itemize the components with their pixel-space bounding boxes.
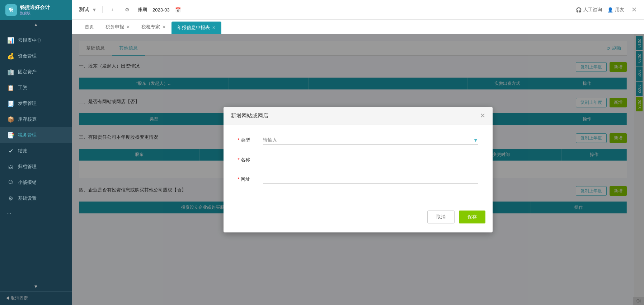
sidebar-item-accounting[interactable]: ✔ 结账 xyxy=(0,143,72,159)
main-area: 测试 ▼ + ⚙ 账期 2023-03 📅 🎧 人工咨询 👤 用友 xyxy=(72,0,644,305)
dialog-footer: 取消 保存 xyxy=(224,205,493,232)
dialog-header: 新增网站或网店 ✕ xyxy=(224,107,493,125)
sidebar-header: 畅 畅捷通好会计 旗舰版 xyxy=(0,0,72,20)
sidebar-item-archive-label: 归档管理 xyxy=(18,163,37,170)
topbar-right: 🎧 人工咨询 👤 用友 ✕ xyxy=(576,6,637,14)
sidebar-item-funds-label: 资金管理 xyxy=(18,53,37,59)
sidebar-item-funds[interactable]: 💰 资金管理 xyxy=(0,48,72,64)
funds-icon: 💰 xyxy=(7,52,14,60)
sidebar-item-settings[interactable]: ⚙ 基础设置 xyxy=(0,190,72,206)
type-input[interactable] xyxy=(263,137,473,143)
add-website-dialog: 新增网站或网店 ✕ * 类型 ▼ xyxy=(224,107,493,232)
type-input-wrap: ▼ xyxy=(263,136,478,145)
tab-tax-expert-close[interactable]: ✕ xyxy=(162,24,166,29)
sidebar-nav: 📊 云报表中心 💰 资金管理 🏢 固定资产 📋 工资 🧾 发票管理 📦 xyxy=(0,29,72,282)
window-close-button[interactable]: ✕ xyxy=(631,6,637,14)
user-button[interactable]: 👤 用友 xyxy=(607,6,624,13)
url-input-wrap xyxy=(263,175,478,184)
sidebar-item-assets-label: 固定资产 xyxy=(18,69,37,75)
add-button[interactable]: + xyxy=(108,5,117,14)
sidebar-item-archive[interactable]: 🗂 归档管理 xyxy=(0,159,72,175)
dialog-close-button[interactable]: ✕ xyxy=(480,112,485,119)
sidebar-footer[interactable]: ◀ 取消固定 xyxy=(0,291,72,305)
service-button[interactable]: 🎧 人工咨询 xyxy=(576,6,602,13)
tab-tax-expert-label: 税检专家 xyxy=(141,24,160,30)
sidebar-item-tax[interactable]: 📑 税务管理 xyxy=(0,127,72,143)
calendar-icon[interactable]: 📅 xyxy=(175,7,181,13)
sidebar-item-yunreport[interactable]: 📊 云报表中心 xyxy=(0,32,72,48)
tab-annual-report-close[interactable]: ✕ xyxy=(212,25,216,30)
topbar-period-section: 账期 2023-03 📅 xyxy=(138,6,181,13)
archive-icon: 🗂 xyxy=(7,163,14,170)
sidebar-item-xiaochang[interactable]: © 小畅报销 xyxy=(0,175,72,190)
name-label: * 名称 xyxy=(238,157,259,163)
tax-icon: 📑 xyxy=(7,131,14,139)
sidebar-item-invoice[interactable]: 🧾 发票管理 xyxy=(0,96,72,111)
type-dropdown-icon[interactable]: ▼ xyxy=(473,137,478,143)
type-label-text: 类型 xyxy=(241,137,250,143)
dialog-body: * 类型 ▼ * 名称 xyxy=(224,125,493,205)
sidebar-item-more-label: ··· xyxy=(7,211,11,216)
sidebar-item-assets[interactable]: 🏢 固定资产 xyxy=(0,64,72,80)
name-input[interactable] xyxy=(263,157,478,162)
type-required-mark: * xyxy=(238,137,240,143)
assets-icon: 🏢 xyxy=(7,68,14,75)
sidebar-scroll-up[interactable]: ▲ xyxy=(0,20,72,29)
period-label: 账期 xyxy=(138,6,147,13)
company-name: 测试 xyxy=(79,6,89,13)
inventory-icon: 📦 xyxy=(7,116,14,123)
topbar-divider1 xyxy=(102,6,103,13)
form-field-url: * 网址 xyxy=(238,175,478,184)
logo-text: 畅 xyxy=(9,7,13,13)
url-input[interactable] xyxy=(263,176,478,182)
name-required-mark: * xyxy=(238,157,240,162)
content-area: 基础信息 其他信息 ↺ 刷新 一、股东（发起人）出资情况 复制 xyxy=(72,34,644,305)
sidebar-item-yunreport-label: 云报表中心 xyxy=(18,37,41,43)
dialog-title: 新增网站或网店 xyxy=(231,112,268,119)
tab-tax-expert[interactable]: 税检专家 ✕ xyxy=(136,21,171,34)
sidebar-item-salary[interactable]: 📋 工资 xyxy=(0,80,72,96)
settings-icon: ⚙ xyxy=(7,195,14,202)
salary-icon: 📋 xyxy=(7,84,14,91)
tab-tax-report-label: 税务申报 xyxy=(105,24,124,30)
name-label-text: 名称 xyxy=(241,157,250,162)
company-selector[interactable]: 测试 ▼ xyxy=(79,6,97,13)
sidebar-item-invoice-label: 发票管理 xyxy=(18,100,37,107)
sidebar: 畅 畅捷通好会计 旗舰版 ▲ 📊 云报表中心 💰 资金管理 🏢 固定资产 📋 xyxy=(0,0,72,305)
form-field-name: * 名称 xyxy=(238,156,478,164)
unpin-label: ◀ 取消固定 xyxy=(5,295,28,301)
gear-button[interactable]: ⚙ xyxy=(122,5,132,14)
sidebar-item-more[interactable]: ··· xyxy=(0,206,72,220)
app-title-wrap: 畅捷通好会计 旗舰版 xyxy=(20,4,50,16)
sidebar-item-accounting-label: 结账 xyxy=(18,148,27,154)
topbar: 测试 ▼ + ⚙ 账期 2023-03 📅 🎧 人工咨询 👤 用友 xyxy=(72,0,644,20)
sidebar-item-tax-label: 税务管理 xyxy=(18,132,37,138)
save-button[interactable]: 保存 xyxy=(459,211,485,223)
url-required-mark: * xyxy=(238,176,240,182)
yunreport-icon: 📊 xyxy=(7,37,14,44)
tab-tax-report[interactable]: 税务申报 ✕ xyxy=(100,21,136,34)
tab-home-label: 首页 xyxy=(85,24,94,30)
sidebar-item-settings-label: 基础设置 xyxy=(18,195,37,202)
tab-annual-report-label: 年报信息申报表 xyxy=(177,24,210,31)
tab-tax-report-close[interactable]: ✕ xyxy=(126,24,130,29)
tab-home[interactable]: 首页 xyxy=(79,21,100,34)
main-tabs: 首页 税务申报 ✕ 税检专家 ✕ 年报信息申报表 ✕ xyxy=(72,20,644,34)
sidebar-scroll-down[interactable]: ▼ xyxy=(0,282,72,291)
cancel-button[interactable]: 取消 xyxy=(427,211,455,223)
invoice-icon: 🧾 xyxy=(7,100,14,107)
sidebar-item-inventory[interactable]: 📦 库存核算 xyxy=(0,111,72,127)
app-subtitle: 旗舰版 xyxy=(20,11,50,16)
service-label: 人工咨询 xyxy=(583,6,602,13)
app-logo: 畅 xyxy=(5,4,17,16)
tab-annual-report[interactable]: 年报信息申报表 ✕ xyxy=(171,22,221,34)
type-label: * 类型 xyxy=(238,137,259,143)
accounting-icon: ✔ xyxy=(7,147,14,154)
period-value: 2023-03 xyxy=(152,7,170,13)
sidebar-item-inventory-label: 库存核算 xyxy=(18,116,37,123)
headset-icon: 🎧 xyxy=(576,7,582,13)
url-label: * 网址 xyxy=(238,176,259,182)
xiaochang-icon: © xyxy=(7,179,14,186)
app-title: 畅捷通好会计 xyxy=(20,4,50,11)
sidebar-item-xiaochang-label: 小畅报销 xyxy=(18,179,37,186)
